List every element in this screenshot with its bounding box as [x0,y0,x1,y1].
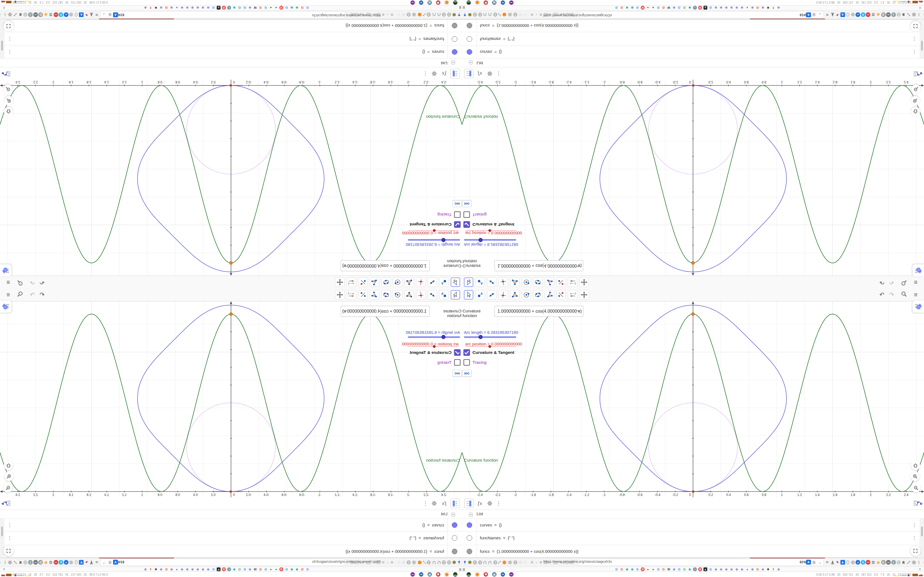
placeholder-icon[interactable] [518,560,523,565]
overflow-menu-icon[interactable]: ⋮ [917,12,921,17]
bookmark-favicon[interactable]: ⊛ [233,6,236,10]
bookmark-favicon[interactable]: W [253,6,257,10]
tool-move[interactable] [451,277,460,287]
zoom-indicator[interactable]: 81% [801,560,806,565]
bookmark-favicon[interactable]: G [615,567,619,571]
tree-view-button[interactable] [464,69,473,78]
download-icon[interactable] [89,560,94,565]
shield-d-icon[interactable]: D [39,12,43,17]
panel-toggle-button[interactable] [913,500,922,508]
bookmark-favicon[interactable]: ⊛ [170,6,173,10]
bookmark-favicon[interactable]: ⊛ [201,567,205,571]
bookmark-favicon[interactable]: ⊛ [170,567,173,571]
puzzle-icon[interactable] [18,12,23,17]
overflow-menu-icon[interactable]: ⋮ [3,560,7,565]
skip-to-end-button[interactable] [452,370,462,377]
bookmark-favicon[interactable]: ● [651,6,655,10]
translate-extension-icon[interactable]: A [79,560,84,565]
wrench-icon[interactable] [497,560,502,565]
extension-icon[interactable]: ⊙ [372,12,377,17]
bookmark-favicon[interactable]: ● [646,6,650,10]
downloader-extension-icon[interactable]: ⇩ [59,560,63,565]
tool-move[interactable] [451,290,460,300]
globe-icon[interactable] [442,560,446,565]
shield-d-icon[interactable]: D [39,560,43,565]
dropdown-caret-icon[interactable] [343,264,347,267]
arc-length-slider-knob[interactable] [478,238,483,242]
bookmark-favicon[interactable]: G [656,567,660,571]
bookmark-favicon[interactable]: Я [698,6,702,10]
fullscreen-button[interactable] [3,21,14,31]
bookmark-favicon[interactable]: W [667,6,671,10]
shield-d-icon[interactable]: D [881,560,886,565]
bookmark-favicon[interactable]: ✸ [154,567,158,571]
tool-reflect[interactable] [358,290,368,300]
translate-icon[interactable]: A [806,560,811,565]
chevron-up-icon[interactable]: ∧ [919,567,921,571]
curvature-value-point[interactable] [691,313,695,316]
graphics-stylebar-toggle[interactable] [913,301,924,313]
bookmark-favicon[interactable]: G [620,567,624,571]
collapse-list-button[interactable] [469,513,473,517]
overflow-menu-icon[interactable]: ⋮ [3,12,7,17]
menu-button[interactable]: ≡ [5,291,12,299]
trash-extension-icon[interactable] [48,12,53,17]
curvature-function-input[interactable]: 1.000000000000 + cos(4.000000000000 x) [494,306,583,317]
algebra-row[interactable]: funcs = {1.000000000000 + cos(4.00000000… [0,19,462,32]
algebra-list-header[interactable]: List [441,61,447,66]
algebra-row[interactable]: funcNames = {" "}⋮ [0,531,462,545]
forward-icon[interactable]: → [817,560,822,565]
info-shield-icon[interactable]: i [891,12,896,17]
tool-reflect[interactable] [556,277,566,287]
bookmark-favicon[interactable]: ⊛ [730,567,733,571]
wrench-extension-icon[interactable] [13,560,18,565]
bookmark-favicon[interactable]: ⊛ [740,6,744,10]
undo-button[interactable]: ↶ [878,278,886,286]
row-menu-button[interactable]: ⋮ [912,522,917,528]
firefox-app-icon[interactable] [475,0,480,5]
library-icon[interactable] [366,560,371,565]
bookmark-favicon[interactable]: G [305,567,309,571]
pause-icon[interactable]: || [463,6,465,9]
tracing-checkbox[interactable] [454,211,460,218]
back-icon[interactable] [559,560,564,565]
download-icon[interactable] [830,12,835,17]
settings-button[interactable] [430,499,439,508]
algebra-row[interactable]: funcs = {1.000000000000 + cos(4.00000000… [462,545,924,558]
placeholder-icon[interactable] [401,12,406,17]
placeholder-icon[interactable] [518,12,523,17]
globe-extension-icon[interactable] [896,12,901,17]
bookmark-favicon[interactable]: ⊛ [180,567,184,571]
tool-move[interactable] [464,277,473,287]
bookmark-favicon[interactable]: ⊛ [159,567,163,571]
bookmark-favicon[interactable]: Я [641,6,645,10]
arc-position-point[interactable] [693,491,695,493]
url-bar[interactable] [579,11,824,18]
globe-icon[interactable] [472,12,477,17]
visibility-toggle-circle[interactable] [467,23,472,29]
graphics-stylebar-toggle[interactable] [0,264,11,276]
dropdown-caret-icon[interactable] [343,310,347,313]
arc-length-slider-knob[interactable] [478,335,483,339]
translate-icon[interactable]: A [806,12,811,17]
home-button[interactable] [911,461,920,470]
bookmark-favicon[interactable]: Я [279,567,283,571]
arc-length-slider[interactable] [464,239,516,241]
kite-icon[interactable] [457,12,462,17]
bookmark-favicon[interactable]: ● [646,567,650,571]
row-menu-button[interactable]: ⋮ [7,49,12,55]
globe-icon[interactable] [478,560,482,565]
bookmark-star-icon[interactable]: ☆ [811,12,816,17]
tracing-checkbox[interactable] [464,211,470,218]
visibility-toggle-circle[interactable] [452,36,457,42]
oval-extension-icon[interactable] [74,12,79,17]
chevron-up-icon[interactable]: ∧ [3,6,5,10]
wrench-icon[interactable] [497,12,502,17]
bookmark-favicon[interactable]: G [709,567,712,571]
tool-angle[interactable]: α [545,290,554,300]
gear-extension-icon[interactable] [851,12,855,17]
bookmark-favicon[interactable]: ⊛ [719,6,723,10]
tool-move-graphics-view[interactable] [580,277,589,287]
algebra-row[interactable]: curves = {}⋮ [462,46,924,58]
visibility-toggle-circle[interactable] [452,522,457,528]
